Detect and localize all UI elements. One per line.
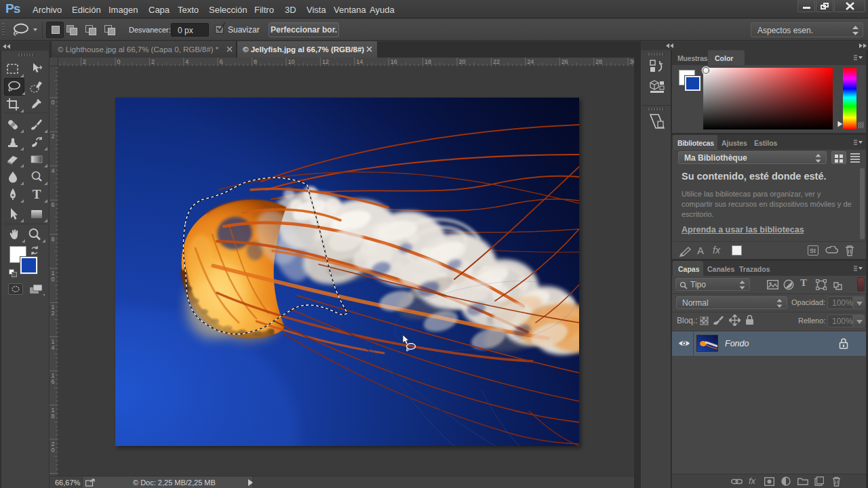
svg-text:6: 6 [52,201,55,208]
svg-text:0: 0 [117,58,121,65]
svg-text:14: 14 [356,58,363,65]
svg-text:24: 24 [527,58,534,65]
svg-text:4: 4 [52,167,55,174]
svg-text:4: 4 [185,58,189,65]
svg-text:10: 10 [288,58,295,65]
svg-text:6: 6 [52,378,55,385]
svg-text:0: 0 [52,447,55,453]
svg-text:8: 8 [254,58,257,65]
svg-text:26: 26 [561,58,568,65]
svg-text:22: 22 [493,58,500,65]
svg-text:18: 18 [425,58,431,65]
svg-text:2: 2 [52,133,55,140]
svg-text:20: 20 [459,58,466,65]
svg-text:0: 0 [52,99,55,106]
svg-text:16: 16 [391,58,397,65]
svg-text:12: 12 [322,58,329,65]
svg-text:4: 4 [52,344,55,351]
svg-text:28: 28 [595,58,602,65]
svg-text:0: 0 [52,276,55,283]
svg-text:8: 8 [52,236,55,243]
svg-text:2: 2 [52,310,55,317]
svg-text:2: 2 [151,58,155,65]
svg-text:6: 6 [220,58,223,65]
svg-text:2: 2 [83,58,86,65]
svg-text:T: T [33,187,41,201]
svg-text:8: 8 [52,413,55,420]
